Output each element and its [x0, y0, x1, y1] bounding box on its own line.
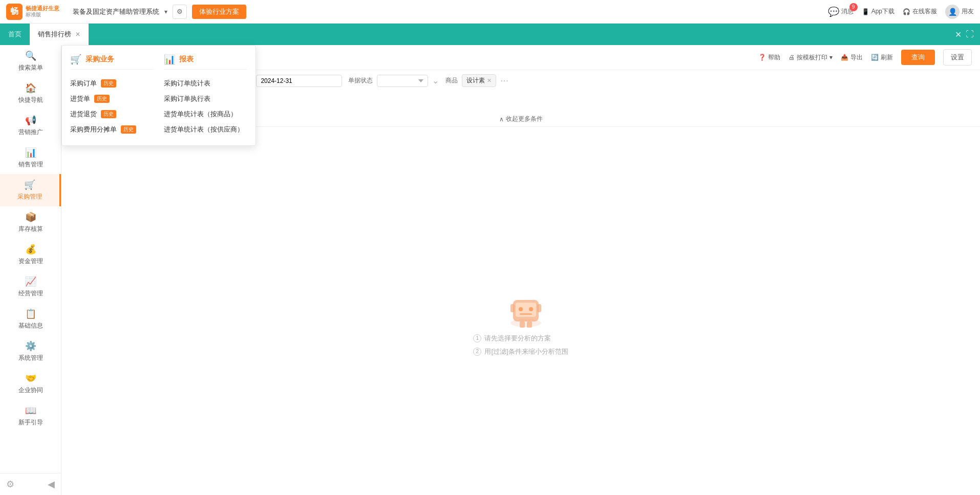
svg-rect-3	[510, 304, 515, 312]
settings-icon-btn[interactable]: ⚙	[173, 5, 187, 19]
export-icon: 📤	[841, 54, 848, 61]
sidebar-item-purchase[interactable]: 🛒 采购管理	[0, 174, 61, 206]
history-badge-1: 历史	[94, 95, 110, 103]
history-badge-2: 历史	[101, 110, 116, 118]
tab-expand-icon[interactable]: ⛶	[966, 30, 974, 39]
basic-info-icon: 📋	[25, 308, 36, 319]
voucher-status-expand-icon[interactable]: ⌄	[432, 76, 439, 85]
print-btn[interactable]: 🖨 按模板打印 ▾	[789, 53, 833, 62]
sidebar-item-search[interactable]: 🔍 搜索菜单	[0, 45, 61, 77]
search-icon: 🔍	[25, 50, 36, 61]
refresh-btn[interactable]: 🔄 刷新	[871, 53, 893, 62]
system-title: 装备及固定资产辅助管理系统	[73, 7, 159, 16]
sales-icon: 📊	[25, 147, 36, 158]
sidebar-item-sales[interactable]: 📊 销售管理	[0, 142, 61, 174]
svg-rect-5	[520, 321, 525, 328]
app-download-btn[interactable]: 📱 App下载	[862, 7, 894, 16]
svg-point-8	[529, 307, 533, 311]
sidebar-bottom: ⚙ ◀	[0, 473, 61, 495]
top-header: 畅 畅捷通好生意 标准版 装备及固定资产辅助管理系统 ▾ ⚙ 体验行业方案 💬 …	[0, 0, 980, 24]
system-dropdown-icon[interactable]: ▾	[164, 8, 167, 15]
menu-item-report-3[interactable]: 进货单统计表（按供应商）	[164, 122, 247, 137]
sidebar-item-quick-nav[interactable]: 🏠 快捷导航	[0, 77, 61, 110]
settings-btn[interactable]: 设置	[943, 49, 972, 66]
purchase-section-header: 🛒 采购业务	[70, 54, 154, 70]
finance-icon: 💰	[25, 244, 36, 255]
sidebar-item-operations[interactable]: 📈 经营管理	[0, 271, 61, 303]
sidebar-item-cooperation[interactable]: 🤝 企业协同	[0, 368, 61, 400]
logo-icon: 畅	[6, 4, 23, 20]
collapse-arrow-icon: ∧	[499, 116, 504, 123]
system-icon: ⚙️	[25, 340, 36, 352]
purchase-icon: 🛒	[24, 179, 35, 190]
help-btn[interactable]: ❓ 帮助	[758, 53, 780, 62]
tab-close-all-icon[interactable]: ✕	[955, 30, 962, 39]
menu-item-report-2[interactable]: 进货单统计表（按商品）	[164, 106, 247, 122]
svg-point-7	[519, 307, 523, 311]
logo-area: 畅 畅捷通好生意 标准版	[6, 4, 68, 20]
menu-item-report-0[interactable]: 采购订单统计表	[164, 76, 247, 91]
print-icon: 🖨	[789, 54, 795, 61]
history-badge-0: 历史	[101, 79, 116, 88]
menu-item-report-1[interactable]: 采购订单执行表	[164, 91, 247, 106]
sidebar-item-inventory[interactable]: 📦 库存核算	[0, 206, 61, 239]
svg-rect-4	[537, 304, 541, 312]
cooperation-icon: 🤝	[25, 373, 36, 384]
svg-rect-6	[527, 321, 532, 328]
print-dropdown-icon[interactable]: ▾	[829, 54, 833, 61]
empty-illustration	[490, 264, 551, 326]
goods-tag: 设计素 ✕	[462, 74, 496, 87]
purchase-section-icon: 🛒	[70, 54, 81, 65]
notifications-btn[interactable]: 💬 9 消息	[828, 6, 854, 17]
sidebar-item-basic-info[interactable]: 📋 基础信息	[0, 303, 61, 335]
menu-item-return[interactable]: 进货退货 历史	[70, 106, 154, 122]
sidebar-settings-icon[interactable]: ⚙	[6, 479, 14, 490]
inventory-icon: 📦	[25, 211, 36, 223]
sidebar-item-system[interactable]: ⚙️ 系统管理	[0, 335, 61, 368]
header-center: 装备及固定资产辅助管理系统 ▾ ⚙ 体验行业方案	[73, 5, 828, 19]
empty-state: 1 请先选择要分析的方案 2 用[过滤]条件来缩小分析范围	[61, 127, 980, 495]
sidebar-collapse-icon[interactable]: ◀	[48, 479, 55, 490]
sidebar-item-finance[interactable]: 💰 资金管理	[0, 239, 61, 271]
refresh-icon: 🔄	[871, 54, 879, 61]
purchase-dropdown-menu: 🛒 采购业务 采购订单 历史 进货单 历史 进货退货 历史 采购费用分摊单 历史…	[61, 45, 256, 146]
home-icon: 🏠	[25, 82, 36, 94]
svg-rect-9	[520, 313, 532, 315]
history-badge-3: 历史	[121, 125, 136, 134]
user-avatar: 👤	[945, 5, 960, 19]
goods-filter-group: 商品 设计素 ✕ ···	[445, 74, 508, 87]
voucher-status-select[interactable]	[377, 75, 428, 87]
export-btn[interactable]: 📤 导出	[841, 53, 863, 62]
report-section-icon: 📊	[164, 54, 175, 65]
sidebar-item-marketing[interactable]: 📢 营销推广	[0, 110, 61, 142]
query-btn[interactable]: 查询	[901, 50, 935, 65]
voucher-status-label: 单据状态	[348, 76, 373, 85]
menu-item-receipt[interactable]: 进货单 历史	[70, 91, 154, 106]
goods-more-icon[interactable]: ···	[500, 76, 508, 85]
menu-item-purchase-order[interactable]: 采购订单 历史	[70, 76, 154, 91]
tab-close-icon[interactable]: ✕	[75, 31, 80, 38]
industry-btn[interactable]: 体验行业方案	[192, 5, 246, 19]
goods-tag-close[interactable]: ✕	[487, 77, 492, 84]
report-section-header: 📊 报表	[164, 54, 247, 70]
sidebar: 🔍 搜索菜单 🏠 快捷导航 📢 营销推广 📊 销售管理 🛒 采购管理 📦 库存核…	[0, 24, 61, 495]
user-menu-btn[interactable]: 👤 用友	[945, 5, 974, 19]
tab-home[interactable]: 首页	[0, 24, 30, 45]
headset-icon: 🎧	[903, 8, 910, 15]
purchase-business-col: 🛒 采购业务 采购订单 历史 进货单 历史 进货退货 历史 采购费用分摊单 历史	[70, 54, 154, 137]
operations-icon: 📈	[25, 276, 36, 287]
online-service-btn[interactable]: 🎧 在线客服	[903, 7, 937, 16]
help-icon: ❓	[758, 54, 766, 61]
date-end-input[interactable]	[256, 75, 342, 87]
voucher-status-group: 单据状态 ⌄	[348, 75, 439, 87]
tab-bar: 首页 销售排行榜 ✕ ✕ ⛶	[0, 24, 980, 45]
tab-bar-right: ✕ ⛶	[955, 30, 980, 39]
report-col: 📊 报表 采购订单统计表 采购订单执行表 进货单统计表（按商品） 进货单统计表（…	[164, 54, 247, 137]
phone-icon: 📱	[862, 8, 869, 15]
sidebar-item-guide[interactable]: 📖 新手引导	[0, 400, 61, 432]
logo-text: 畅捷通好生意 标准版	[26, 5, 59, 18]
menu-item-expense[interactable]: 采购费用分摊单 历史	[70, 122, 154, 137]
goods-label: 商品	[445, 76, 458, 85]
marketing-icon: 📢	[25, 115, 36, 126]
tab-sales-rank[interactable]: 销售排行榜 ✕	[30, 24, 89, 45]
